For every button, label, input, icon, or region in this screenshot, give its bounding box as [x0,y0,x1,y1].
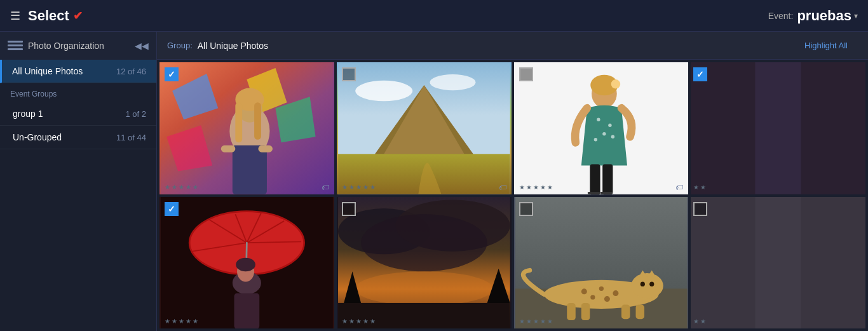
svg-point-55 [581,288,587,294]
photo-2-stars: ★ ★ ★ ★ ★ [342,184,376,191]
photo-image-1 [159,62,334,194]
photo-3-checkbox[interactable] [519,67,533,81]
hamburger-menu-icon[interactable]: ☰ [10,9,20,23]
main-content: All Unique Photos 12 of 46 Event Groups … [0,60,868,331]
photo-image-8 [691,197,865,329]
photo-8-checkbox[interactable] [693,202,707,216]
svg-point-27 [611,135,614,138]
sidebar: All Unique Photos 12 of 46 Event Groups … [0,60,157,331]
photo-1-stars: ★ ★ ★ ★ ★ [165,184,198,191]
svg-point-15 [430,74,475,90]
sidebar-item-all-unique[interactable]: All Unique Photos 12 of 46 [0,60,156,83]
logo-checkmark-icon: ✔ [73,9,83,23]
sidebar-title: Photo Organization [28,41,135,51]
photo-5-stars: ★ ★ ★ ★ ★ [165,318,198,325]
svg-point-22 [611,79,620,88]
photo-image-7 [514,197,689,329]
svg-rect-10 [233,145,267,194]
photo-1-checkbox[interactable] [165,67,179,81]
top-navigation: ☰ Select ✔ Event: pruebas ▾ [0,0,868,32]
svg-point-26 [593,138,597,141]
photo-2-tag-icon: 🏷 [499,183,506,192]
svg-point-59 [604,296,609,302]
svg-rect-60 [567,302,576,320]
photo-cell-7[interactable]: ★ ★ ★ ★ ★ [514,197,689,329]
svg-point-39 [236,257,255,271]
photo-cell-4[interactable]: ★ ★ [691,62,865,194]
svg-rect-9 [254,102,261,140]
event-dropdown-icon[interactable]: ▾ [854,11,858,20]
photo-cell-3[interactable]: ★ ★ ★ ★ ★ 🏷 [514,62,689,194]
photo-cell-8[interactable]: ★ ★ [691,197,865,329]
svg-rect-12 [258,145,273,152]
photo-4-checkbox[interactable] [693,67,707,81]
photo-org-icon [8,39,23,52]
photo-3-stars: ★ ★ ★ ★ ★ [519,184,553,191]
svg-point-25 [602,132,606,135]
photo-image-4 [691,62,865,194]
collapse-sidebar-icon[interactable]: ◀◀ [135,41,149,51]
svg-rect-62 [621,304,630,319]
svg-rect-11 [221,145,236,152]
highlight-all-button[interactable]: Highlight All [804,41,848,50]
sub-header: Photo Organization ◀◀ Group: All Unique … [0,32,868,60]
group-header: Group: All Unique Photos Highlight All [157,41,868,51]
svg-point-23 [597,118,600,121]
svg-rect-63 [635,304,644,319]
svg-rect-28 [590,165,600,194]
svg-rect-30 [587,192,600,194]
svg-rect-33 [756,62,801,194]
photo-4-stars: ★ ★ [693,184,706,191]
svg-point-24 [608,124,611,127]
svg-rect-8 [235,102,242,142]
sidebar-item-ungrouped-count: 11 of 44 [116,133,146,142]
group-value-text: All Unique Photos [198,41,268,51]
svg-rect-31 [600,192,613,194]
photo-7-checkbox[interactable] [519,202,533,216]
photo-image-6 [337,197,512,329]
sidebar-header: Photo Organization ◀◀ [0,32,157,60]
event-groups-header: Event Groups [0,83,156,102]
sidebar-item-ungrouped[interactable]: Un-Grouped 11 of 44 [0,126,156,149]
photo-image-2 [337,62,512,194]
svg-rect-40 [234,293,260,328]
svg-point-53 [640,281,644,286]
svg-point-45 [355,271,493,306]
photo-cell-5[interactable]: ★ ★ ★ ★ ★ [159,197,334,329]
photo-grid: ★ ★ ★ ★ ★ 🏷 [157,60,868,331]
svg-rect-29 [602,165,613,194]
photo-image-5 [159,197,334,329]
photo-6-checkbox[interactable] [342,202,356,216]
photo-cell-2[interactable]: ★ ★ ★ ★ ★ 🏷 [337,62,512,194]
photo-2-checkbox[interactable] [342,67,356,81]
sidebar-item-all-unique-count: 12 of 46 [116,67,146,76]
sidebar-item-ungrouped-label: Un-Grouped [13,132,62,142]
svg-point-58 [590,295,595,299]
svg-point-44 [361,214,487,271]
event-name: pruebas [797,8,851,24]
svg-rect-65 [756,197,801,329]
svg-point-54 [649,281,654,286]
photo-image-3 [514,62,689,194]
sidebar-item-group1[interactable]: group 1 1 of 2 [0,102,156,126]
photo-cell-1[interactable]: ★ ★ ★ ★ ★ 🏷 [159,62,334,194]
photo-1-tag-icon: 🏷 [322,183,329,192]
svg-point-50 [631,273,663,298]
svg-point-14 [355,81,412,101]
photo-cell-6[interactable]: ★ ★ ★ ★ ★ [337,197,512,329]
photo-6-stars: ★ ★ ★ ★ ★ [342,318,376,325]
photo-5-checkbox[interactable] [165,202,179,216]
sidebar-item-all-unique-label: All Unique Photos [12,66,83,76]
sidebar-item-group1-label: group 1 [13,109,43,119]
photo-8-stars: ★ ★ [693,318,706,325]
sidebar-item-group1-count: 1 of 2 [125,109,146,119]
app-logo: Select ✔ [28,8,83,24]
logo-text: Select [28,8,69,24]
svg-point-56 [599,286,603,290]
svg-point-57 [613,290,618,296]
group-label-text: Group: [167,41,193,50]
event-label: Event: [768,11,794,21]
photo-7-stars: ★ ★ ★ ★ ★ [519,318,553,325]
photo-3-tag-icon: 🏷 [675,183,683,192]
svg-rect-61 [581,302,590,320]
